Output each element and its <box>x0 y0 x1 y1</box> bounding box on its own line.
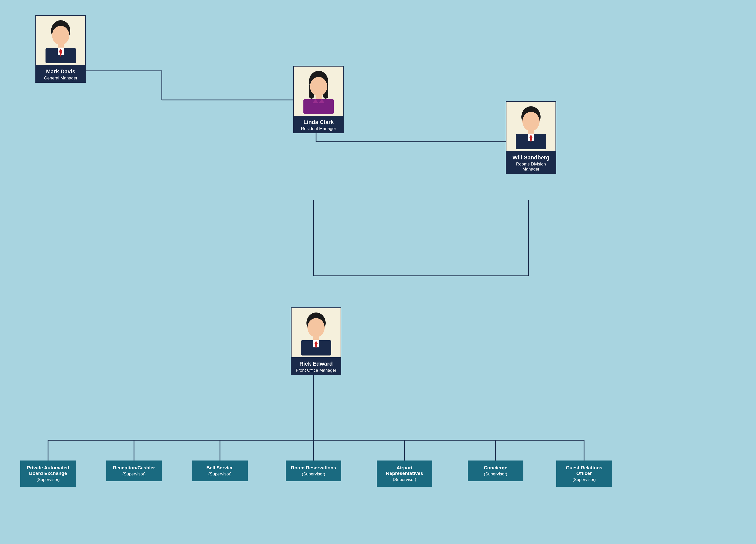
avatar-linda-clark <box>293 66 344 116</box>
leaf-name: Room Reservations <box>289 465 338 471</box>
avatar-rick-edward <box>291 308 341 358</box>
org-chart: Mark Davis General Manager <box>0 0 756 544</box>
svg-rect-32 <box>303 99 334 114</box>
person-name: Mark Davis <box>37 68 84 75</box>
name-box-mark-davis: Mark Davis General Manager <box>35 66 86 83</box>
svg-point-44 <box>307 318 325 337</box>
name-box-rick-edward: Rick Edward Front Office Manager <box>291 358 341 375</box>
leaf-title: (Supervisor) <box>559 477 609 482</box>
leaf-name: Guest Relations Officer <box>559 465 609 476</box>
leaf-pabx: Private Automated Board Exchange (Superv… <box>20 461 76 487</box>
leaf-title: (Supervisor) <box>23 477 73 482</box>
person-title: General Manager <box>37 76 84 81</box>
name-box-will-sandberg: Will Sandberg Rooms Division Manager <box>506 152 556 174</box>
person-rick-edward: Rick Edward Front Office Manager <box>288 308 344 375</box>
leaf-title: (Supervisor) <box>471 472 520 477</box>
leaf-bell-service: Bell Service (Supervisor) <box>192 461 248 481</box>
svg-point-30 <box>310 77 327 96</box>
leaf-guest-relations: Guest Relations Officer (Supervisor) <box>556 461 612 487</box>
person-name: Will Sandberg <box>508 154 554 161</box>
leaf-name: Concierge <box>471 465 520 471</box>
person-name: Linda Clark <box>295 119 342 125</box>
leaf-name: Bell Service <box>195 465 245 471</box>
leaf-title: (Supervisor) <box>289 472 338 477</box>
avatar-will-sandberg <box>506 101 556 152</box>
leaf-title: (Supervisor) <box>380 477 429 482</box>
leaf-name: Private Automated Board Exchange <box>23 465 73 476</box>
person-mark-davis: Mark Davis General Manager <box>33 15 88 83</box>
person-will-sandberg: Will Sandberg Rooms Division Manager <box>503 101 559 174</box>
leaf-title: (Supervisor) <box>195 472 245 477</box>
leaf-name: Airport Representatives <box>380 465 429 476</box>
leaf-title: (Supervisor) <box>109 472 159 477</box>
leaf-name: Reception/Cashier <box>109 465 159 471</box>
person-title: Front Office Manager <box>293 368 339 373</box>
svg-point-20 <box>52 26 69 45</box>
leaf-room-reservations: Room Reservations (Supervisor) <box>286 461 341 481</box>
avatar-mark-davis <box>35 15 86 66</box>
svg-point-36 <box>522 112 540 131</box>
name-box-linda-clark: Linda Clark Resident Manager <box>293 116 344 133</box>
person-name: Rick Edward <box>293 361 339 367</box>
person-title: Resident Manager <box>295 126 342 131</box>
leaf-airport-reps: Airport Representatives (Supervisor) <box>377 461 432 487</box>
leaf-reception: Reception/Cashier (Supervisor) <box>106 461 162 481</box>
leaf-concierge: Concierge (Supervisor) <box>468 461 523 481</box>
person-linda-clark: Linda Clark Resident Manager <box>291 66 346 133</box>
person-title: Rooms Division Manager <box>508 162 554 172</box>
